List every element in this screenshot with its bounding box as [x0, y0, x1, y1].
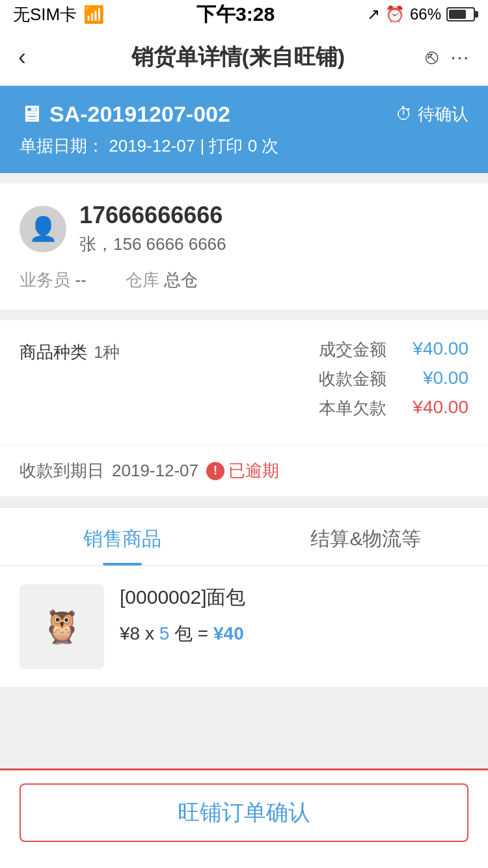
due-date-value: 2019-12-07 — [112, 461, 198, 481]
alarm-icon: ⏰ — [385, 5, 405, 23]
customer-phone: 17666666666 — [79, 202, 226, 229]
tabs-section: 销售商品 结算&物流等 🦉 [0000002]面包 ¥8 x 5 包 = ¥40 — [0, 507, 488, 688]
amounts: 成交金额 ¥40.00 收款金额 ¥0.00 本单欠款 ¥40.00 — [319, 338, 468, 426]
overdue-dot-icon: ! — [206, 462, 224, 480]
owed-value: ¥40.00 — [413, 397, 468, 420]
order-print-info: | 打印 0 次 — [200, 136, 278, 156]
share-button[interactable]: ⎋ — [426, 45, 438, 69]
product-price-row: ¥8 x 5 包 = ¥40 — [120, 621, 468, 646]
warehouse-item: 仓库 总仓 — [126, 269, 198, 292]
received-value: ¥0.00 — [423, 368, 468, 390]
order-id: 🖥 SA-20191207-002 — [20, 102, 230, 127]
customer-details: 17666666666 张，156 6666 6666 — [79, 202, 226, 256]
warehouse-value: 总仓 — [164, 270, 198, 290]
order-id-text: SA-20191207-002 — [49, 102, 230, 127]
amount-label: 成交金额 — [319, 338, 386, 361]
tabs-row: 销售商品 结算&物流等 — [0, 508, 488, 566]
product-type-label: 商品种类 — [20, 341, 87, 364]
price-total: ¥40 — [213, 623, 244, 644]
price-equals: = — [198, 623, 213, 644]
customer-avatar: 👤 — [20, 206, 66, 252]
salesperson-label: 业务员 — [20, 270, 70, 290]
amount-value: ¥40.00 — [413, 338, 468, 361]
battery-text: 66% — [410, 5, 441, 23]
received-label: 收款金额 — [319, 368, 386, 390]
product-name: [0000002]面包 — [120, 584, 468, 611]
order-date: 单据日期： 2019-12-07 | 打印 0 次 — [20, 135, 468, 157]
order-icon: 🖥 — [20, 102, 42, 127]
product-thumbnail: 🦉 — [20, 584, 104, 669]
overdue-text: 已逾期 — [228, 459, 279, 482]
tab-settlement-label: 结算&物流等 — [310, 528, 421, 549]
confirm-order-button[interactable]: 旺铺订单确认 — [20, 783, 468, 842]
nav-actions: ⎋ ··· — [426, 45, 470, 69]
summary-section: 商品种类 1种 成交金额 ¥40.00 收款金额 ¥0.00 本单欠款 ¥40.… — [0, 320, 488, 444]
price-multiply: x — [145, 623, 159, 644]
product-list: 🦉 [0000002]面包 ¥8 x 5 包 = ¥40 — [0, 566, 488, 688]
status-carrier: 无SIM卡 📶 — [13, 3, 104, 26]
tab-sales-products[interactable]: 销售商品 — [0, 508, 244, 565]
due-label: 收款到期日 — [20, 459, 104, 482]
product-type: 商品种类 1种 — [20, 338, 120, 364]
product-type-value: 1种 — [94, 341, 120, 364]
price-qty: 5 — [159, 623, 170, 644]
page-title: 销货单详情(来自旺铺) — [51, 42, 426, 72]
back-button[interactable]: ‹ — [18, 44, 51, 71]
order-status: ⏱ 待确认 — [396, 103, 468, 126]
location-icon: ↗ — [367, 5, 380, 23]
customer-name: 张，156 6666 6666 — [79, 233, 226, 256]
order-header: 🖥 SA-20191207-002 ⏱ 待确认 单据日期： 2019-12-07… — [0, 86, 488, 173]
product-info: [0000002]面包 ¥8 x 5 包 = ¥40 — [120, 584, 468, 669]
order-date-label: 单据日期： — [20, 136, 104, 156]
status-right: ↗ ⏰ 66% — [367, 5, 475, 23]
customer-section: 👤 17666666666 张，156 6666 6666 业务员 -- 仓库 … — [0, 183, 488, 310]
bottom-bar: 旺铺订单确认 — [0, 768, 488, 868]
divider-1 — [0, 310, 488, 320]
confirm-order-label: 旺铺订单确认 — [178, 798, 310, 828]
status-bar: 无SIM卡 📶 下午3:28 ↗ ⏰ 66% — [0, 0, 488, 29]
order-status-text: 待确认 — [418, 103, 468, 126]
overdue-badge: ! 已逾期 — [206, 459, 279, 482]
wifi-icon: 📶 — [83, 5, 104, 25]
carrier-text: 无SIM卡 — [13, 3, 77, 26]
battery-icon — [446, 7, 475, 21]
product-image-placeholder: 🦉 — [42, 608, 82, 645]
tab-sales-products-label: 销售商品 — [83, 528, 161, 549]
clock-icon: ⏱ — [396, 104, 413, 124]
table-row: 🦉 [0000002]面包 ¥8 x 5 包 = ¥40 — [0, 566, 488, 688]
tab-settlement[interactable]: 结算&物流等 — [244, 508, 488, 565]
order-date-value: 2019-12-07 — [109, 136, 195, 156]
due-section: 收款到期日 2019-12-07 ! 已逾期 — [0, 444, 488, 496]
avatar-icon: 👤 — [29, 215, 58, 243]
warehouse-label: 仓库 — [126, 270, 159, 290]
salesperson-item: 业务员 -- — [20, 269, 87, 292]
status-time: 下午3:28 — [197, 1, 275, 28]
nav-bar: ‹ 销货单详情(来自旺铺) ⎋ ··· — [0, 29, 488, 86]
salesperson-value: -- — [75, 270, 86, 290]
price-unit: 包 — [174, 623, 193, 644]
more-button[interactable]: ··· — [451, 47, 470, 68]
owed-label: 本单欠款 — [319, 397, 386, 420]
price-value: ¥8 — [120, 623, 140, 644]
